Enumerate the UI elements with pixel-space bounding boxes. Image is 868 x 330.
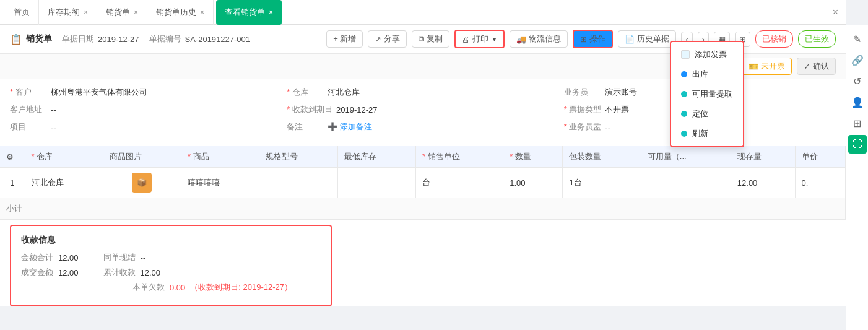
tab-home[interactable]: 首页 [5,0,39,25]
warehouse-value: 河北仓库 [328,87,360,98]
ops-dropdown: 添加发票 出库 可用量提取 定位 刷新 [670,41,744,147]
logistics-button[interactable]: 🚚 物流信息 [510,30,568,48]
col-available: 可用量（... [641,146,731,168]
copy-icon: ⧉ [419,34,424,44]
ticket-icon: 🎫 [749,62,758,71]
col-settings[interactable]: ⚙ [0,146,25,168]
dropdown-available-qty[interactable]: 可用量提取 [671,84,743,104]
history-button[interactable]: 📄 历史单据 [618,30,676,48]
col-warehouse: 仓库 [25,146,103,168]
tab-close-sales[interactable]: × [134,8,138,17]
sidebar-edit-btn[interactable]: ✎ [848,30,867,48]
tab-bar: 首页 库存期初 × 销货单 × 销货单历史 × 查看销货单 × × [0,0,846,25]
dropdown-add-invoice[interactable]: 添加发票 [671,45,743,64]
confirm-button[interactable]: ✓ 确认 [797,58,836,75]
warehouse-label: 仓库 [287,87,324,98]
effective-button[interactable]: 已生效 [798,30,836,48]
tab-close-view[interactable]: × [269,8,273,17]
data-table: ⚙ 仓库 商品图片 商品 规格型号 最低库存 销售单位 数量 包装数量 可用量（… [0,146,846,220]
sidebar-link-btn[interactable]: 🔗 [848,51,867,69]
table-section: ⚙ 仓库 商品图片 商品 规格型号 最低库存 销售单位 数量 包装数量 可用量（… [0,146,846,220]
tab-sales-order[interactable]: 销货单 × [97,0,147,25]
due-date-label: 收款到期日 [287,104,332,115]
print-button[interactable]: 🖨 打印 ▼ [454,30,505,48]
refresh-icon: ↺ [853,76,861,87]
col-quantity: 数量 [503,146,563,168]
summary-deal-amount: 成交金额 12.00 [21,267,79,278]
project-field: 项目 -- [10,121,282,132]
doc-date-label: 单据日期 [62,33,94,45]
col-product: 商品 [181,146,259,168]
ticket-type-value: 不开票 [605,104,629,115]
sidebar-refresh-btn[interactable]: ↺ [848,72,867,90]
window-close-button[interactable]: × [833,7,838,18]
doc-meta: 单据日期 2019-12-27 单据编号 SA-20191227-001 [62,33,250,45]
ops-button[interactable]: ⊞ 操作 [573,30,613,48]
summary-same-order-settlement: 同单现结 -- [103,252,146,263]
doc-title-text: 销货单 [26,33,52,45]
summary-outstanding: 本单欠款 0.00 （收款到期日: 2019-12-27） [132,282,292,293]
ops-icon: ⊞ [580,35,587,44]
check-icon: ✓ [804,62,810,71]
plus-icon: ➕ [328,122,337,131]
canceled-button[interactable]: 已核销 [755,30,793,48]
dropdown-outbound[interactable]: 出库 [671,64,743,84]
row-available [641,168,731,198]
summary-spacer [21,282,108,293]
tab-view-sales[interactable]: 查看销货单 × [216,0,282,25]
table-row: 1 河北仓库 📦 嘻嘻嘻嘻 台 1.00 1台 12.00 0. [0,168,846,198]
new-button[interactable]: + 新增 [326,30,363,48]
dot-cyan-icon-2 [681,111,687,117]
summary-title: 收款信息 [21,235,321,246]
print-icon: 🖨 [462,35,470,44]
note-add-btn[interactable]: ➕ 添加备注 [328,121,372,132]
dropdown-refresh[interactable]: 刷新 [671,124,743,144]
col-image: 商品图片 [103,146,181,168]
row-warehouse: 河北仓库 [25,168,103,198]
col-min-stock: 最低库存 [337,146,415,168]
user-icon: 👤 [851,97,864,108]
address-field: 客户地址 -- [10,104,282,115]
note-field[interactable]: 备注 ➕ 添加备注 [287,121,558,132]
col-pack-qty: 包装数量 [563,146,641,168]
copy-button[interactable]: ⧉ 复制 [412,30,449,48]
sidebar-expand-btn[interactable]: ⛶ [848,135,867,154]
tab-inventory-init[interactable]: 库存期初 × [39,0,97,25]
address-value: -- [51,105,56,115]
link-icon: 🔗 [851,54,864,66]
dot-blue-icon [681,71,687,77]
row-product: 嘻嘻嘻嘻 [181,168,259,198]
project-value: -- [51,123,56,132]
tab-close-history[interactable]: × [200,8,204,17]
share-button[interactable]: ↗ 分享 [368,30,407,48]
share-icon: ↗ [375,35,381,44]
doc-date-item: 单据日期 2019-12-27 [62,33,139,45]
sidebar-user-btn[interactable]: 👤 [848,93,867,111]
tab-sales-history[interactable]: 销货单历史 × [147,0,214,25]
row-min-stock [337,168,415,198]
col-stock: 现存量 [731,146,795,168]
tab-close-inventory[interactable]: × [84,8,88,17]
summary-row-3: 本单欠款 0.00 （收款到期日: 2019-12-27） [21,282,321,293]
col-price: 单价 [795,146,845,168]
checkbox-icon [681,50,690,59]
sales-staff-label: 业务员盂 [564,121,602,132]
summary-section: 收款信息 金额合计 12.00 同单现结 -- 成交金额 12.00 累计收款 [10,225,332,306]
summary-row-2: 成交金额 12.00 累计收款 12.00 [21,267,321,278]
col-spec: 规格型号 [259,146,337,168]
table-icon: ⊞ [853,118,861,129]
expand-icon: ⛶ [853,139,862,150]
sidebar-table-btn[interactable]: ⊞ [848,114,867,132]
doc-number-item: 单据编号 SA-20191227-001 [149,33,251,45]
staff-value: 演示账号 [605,87,637,98]
row-price: 0. [795,168,845,198]
doc-number-value: SA-20191227-001 [185,35,251,44]
history-icon: 📄 [625,35,635,44]
dropdown-locate[interactable]: 定位 [671,104,743,124]
row-pack-qty: 1台 [563,168,641,198]
dot-cyan-icon-1 [681,91,687,97]
doc-icon: 📋 [10,33,22,45]
row-image: 📦 [103,168,181,198]
unopened-button[interactable]: 🎫 未开票 [742,58,792,75]
project-label: 项目 [10,121,47,132]
